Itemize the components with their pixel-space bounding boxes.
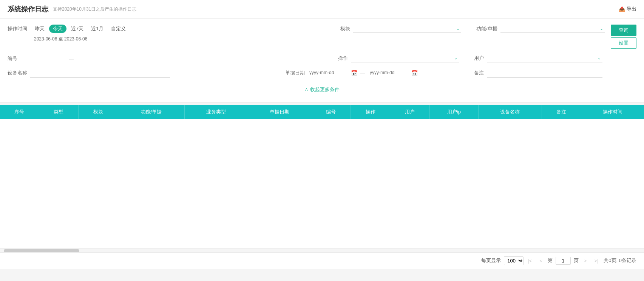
settings-button[interactable]: 设置 [611, 37, 636, 49]
note-label: 备注 [474, 70, 487, 76]
module-label: 模块 [340, 25, 353, 32]
device-label: 设备名称 [8, 70, 30, 76]
col-index: 序号 [0, 105, 39, 119]
last-page-button[interactable]: >| [592, 257, 601, 264]
collapse-label: 收起更多条件 [310, 87, 340, 92]
collapse-bar[interactable]: ∧ 收起更多条件 [8, 83, 636, 96]
table-container: 序号 类型 模块 功能/单据 业务类型 单据日期 编号 操作 用户 用户ip 设… [0, 105, 644, 248]
page-header: 系统操作日志 支持2020年10月31日之后产生的操作日志 📤 导出 [0, 0, 644, 19]
export-button[interactable]: 📤 导出 [619, 6, 636, 12]
user-chevron-icon: ⌄ [598, 56, 601, 61]
scrollbar-thumb[interactable] [4, 249, 79, 252]
chevron-down-icon: ▾ [520, 259, 522, 263]
filter-row-2: 编号 — 操作 ⌄ 用户 ⌄ [8, 54, 636, 63]
operation-label: 操作 [338, 55, 351, 62]
col-function: 功能/单据 [118, 105, 184, 119]
number-filter: 编号 — [8, 54, 170, 63]
time-btn-yesterday[interactable]: 昨天 [32, 25, 48, 33]
operation-chevron-icon: ⌄ [454, 56, 457, 61]
time-label: 操作时间 [8, 25, 30, 32]
user-filter: 用户 ⌄ [474, 54, 602, 62]
function-select[interactable]: ⌄ [500, 25, 605, 33]
device-filter: 设备名称 [8, 68, 170, 78]
module-filter: 模块 ⌄ [340, 25, 461, 33]
date-input-group-start: 📅 [308, 68, 357, 77]
time-btn-1month[interactable]: 近1月 [88, 25, 107, 33]
pagination-bar: 每页显示 50 100 200 ▾ |< < 第 页 > >| 共0页, 0条记… [0, 253, 644, 269]
module-select[interactable]: ⌄ [353, 25, 461, 33]
calendar-icon-start[interactable]: 📅 [351, 70, 357, 76]
total-info: 共0页, 0条记录 [604, 257, 636, 264]
col-docdate: 单据日期 [248, 105, 311, 119]
function-filter: 功能/单据 ⌄ [476, 25, 605, 33]
filter-row-3: 设备名称 单据日期 📅 — 📅 备注 [8, 68, 636, 78]
page-number-input[interactable] [556, 257, 571, 265]
module-chevron-icon: ⌄ [456, 26, 460, 31]
time-filter: 操作时间 昨天 今天 近7天 近1月 自定义 2023-06-06 至 2023… [8, 25, 129, 42]
table-body [0, 119, 644, 248]
date-input-end[interactable] [368, 68, 410, 77]
col-device: 设备名称 [478, 105, 542, 119]
col-user: 用户 [390, 105, 429, 119]
date-filter: 单据日期 📅 — 📅 [285, 68, 459, 77]
number-label: 编号 [8, 55, 20, 62]
number-dash: — [66, 56, 77, 62]
collapse-icon: ∧ [304, 87, 309, 92]
page-label: 第 [548, 257, 553, 264]
note-input[interactable] [487, 68, 602, 78]
prev-page-button[interactable]: < [537, 257, 545, 264]
first-page-button[interactable]: |< [525, 257, 534, 264]
title-area: 系统操作日志 支持2020年10月31日之后产生的操作日志 [8, 5, 136, 14]
page-unit: 页 [574, 257, 579, 264]
note-filter: 备注 [474, 68, 602, 78]
col-operation: 操作 [351, 105, 390, 119]
filter-area: 操作时间 昨天 今天 近7天 近1月 自定义 2023-06-06 至 2023… [0, 19, 644, 102]
next-page-button[interactable]: > [582, 257, 589, 264]
page-subtitle: 支持2020年10月31日之后产生的操作日志 [53, 6, 136, 12]
calendar-icon-end[interactable]: 📅 [411, 70, 418, 76]
user-label: 用户 [474, 55, 487, 62]
empty-row [0, 119, 644, 248]
operation-select[interactable]: ⌄ [351, 54, 459, 62]
user-select[interactable]: ⌄ [487, 54, 602, 62]
col-biztype: 业务类型 [185, 105, 248, 119]
action-buttons: 查询 设置 [611, 25, 636, 49]
number-input-end[interactable] [77, 54, 170, 63]
col-module: 模块 [79, 105, 118, 119]
col-type: 类型 [39, 105, 78, 119]
data-table: 序号 类型 模块 功能/单据 业务类型 单据日期 编号 操作 用户 用户ip 设… [0, 105, 644, 248]
date-label: 单据日期 [285, 70, 308, 76]
empty-cell [0, 119, 644, 248]
page-title: 系统操作日志 [8, 5, 48, 14]
export-icon: 📤 [619, 6, 625, 12]
time-range-display: 2023-06-06 至 2023-06-06 [34, 36, 87, 42]
function-chevron-icon: ⌄ [600, 26, 603, 31]
operation-filter: 操作 ⌄ [338, 54, 459, 62]
time-btn-today[interactable]: 今天 [49, 25, 66, 33]
function-label: 功能/单据 [476, 25, 500, 32]
col-optime: 操作时间 [581, 105, 644, 119]
table-header: 序号 类型 模块 功能/单据 业务类型 单据日期 编号 操作 用户 用户ip 设… [0, 105, 644, 119]
time-btn-custom[interactable]: 自定义 [108, 25, 129, 33]
page-size-label: 每页显示 [481, 257, 501, 264]
table-header-row: 序号 类型 模块 功能/单据 业务类型 单据日期 编号 操作 用户 用户ip 设… [0, 105, 644, 119]
time-btn-7days[interactable]: 近7天 [68, 25, 86, 33]
col-userip: 用户ip [429, 105, 478, 119]
date-dash: — [357, 70, 368, 76]
filter-row-1: 操作时间 昨天 今天 近7天 近1月 自定义 2023-06-06 至 2023… [8, 25, 636, 49]
date-input-group-end: 📅 [368, 68, 418, 77]
query-button[interactable]: 查询 [611, 25, 636, 36]
device-input[interactable] [30, 68, 170, 78]
number-input-start[interactable] [20, 54, 66, 63]
horizontal-scrollbar[interactable] [0, 248, 644, 253]
col-note: 备注 [542, 105, 581, 119]
export-label: 导出 [627, 6, 636, 12]
time-buttons: 昨天 今天 近7天 近1月 自定义 [32, 25, 129, 33]
col-number: 编号 [311, 105, 351, 119]
date-input-start[interactable] [308, 68, 349, 77]
